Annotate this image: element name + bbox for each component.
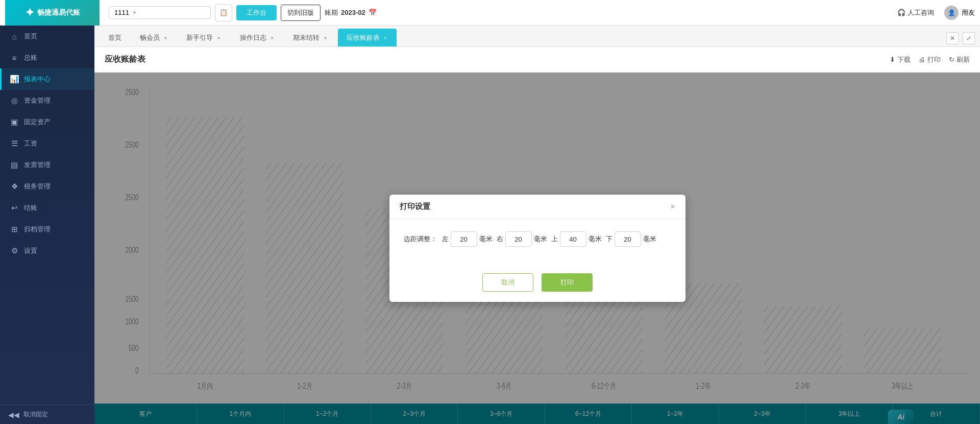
period-calendar-icon[interactable]: 📅 bbox=[369, 9, 377, 16]
print-button[interactable]: 🖨 打印 bbox=[919, 55, 941, 64]
dropdown-arrow-icon: ▾ bbox=[133, 10, 136, 15]
tab-guide[interactable]: 新手引导 × bbox=[178, 29, 230, 46]
reports-icon: 📊 bbox=[10, 75, 19, 84]
margin-bottom-item: 下 毫米 bbox=[606, 231, 656, 247]
refresh-icon: ↻ bbox=[949, 56, 954, 63]
download-button[interactable]: ⬇ 下载 bbox=[890, 55, 911, 64]
headphone-icon: 🎧 bbox=[897, 9, 905, 16]
account-period-label: 账期 bbox=[325, 8, 338, 17]
checkout-icon: ↩ bbox=[10, 203, 19, 213]
sidebar-item-tax[interactable]: ❖ 税务管理 bbox=[0, 176, 94, 197]
margin-bottom-input[interactable] bbox=[615, 231, 641, 247]
tab-oplog-close[interactable]: × bbox=[270, 34, 275, 41]
tab-member-close[interactable]: × bbox=[163, 34, 168, 41]
collapse-icon: ◀◀ bbox=[8, 411, 19, 419]
refresh-label: 刷新 bbox=[957, 55, 970, 64]
sidebar-item-label-settings: 设置 bbox=[24, 246, 37, 255]
sidebar-item-funds[interactable]: ◎ 资金管理 bbox=[0, 90, 94, 111]
support-button[interactable]: 🎧 人工咨询 bbox=[897, 8, 934, 17]
margin-left-input[interactable] bbox=[451, 231, 477, 247]
right-unit: 毫米 bbox=[534, 234, 547, 244]
tab-receivable-age-label: 应收账龄表 bbox=[347, 33, 380, 42]
sidebar-item-label-invoice: 发票管理 bbox=[24, 160, 51, 170]
tab-period-end-close[interactable]: × bbox=[323, 34, 328, 41]
collapse-label: 取消固定 bbox=[23, 410, 48, 419]
page-inner: 应收账龄表 ⬇ 下载 🖨 打印 ↻ bbox=[94, 47, 980, 424]
right-label: 右 bbox=[497, 234, 503, 244]
margin-form-row: 边距调整： 左 毫米 右 bbox=[404, 231, 671, 247]
calendar-button[interactable]: 📋 bbox=[215, 4, 232, 21]
top-header: ✦ 畅捷通易代账 1111 ▾ 📋 工作台 切到旧版 账期 2023-02 📅 … bbox=[0, 0, 980, 26]
sidebar-item-label-payroll: 工资 bbox=[24, 139, 37, 148]
chart-area: 2500 2500 2500 2000 1500 1000 500 0 bbox=[94, 73, 980, 424]
sidebar-item-archive[interactable]: ⊞ 归档管理 bbox=[0, 219, 94, 240]
tab-oplog-label: 操作日志 bbox=[240, 33, 266, 42]
switch-version-button[interactable]: 切到旧版 bbox=[281, 5, 321, 21]
bottom-unit: 毫米 bbox=[643, 234, 656, 244]
margin-group: 左 毫米 右 毫米 bbox=[442, 231, 656, 247]
print-settings-modal: 打印设置 × 边距调整： 左 bbox=[389, 195, 685, 302]
support-label: 人工咨询 bbox=[908, 8, 934, 17]
download-icon: ⬇ bbox=[890, 56, 895, 63]
ledger-icon: ≡ bbox=[10, 54, 19, 62]
account-period: 账期 2023-02 📅 bbox=[325, 8, 377, 17]
tab-receivable-age[interactable]: 应收账龄表 × bbox=[338, 29, 397, 46]
tab-guide-label: 新手引导 bbox=[186, 33, 213, 42]
sidebar-item-label-archive: 归档管理 bbox=[24, 225, 51, 234]
confirm-print-button[interactable]: 打印 bbox=[542, 273, 593, 292]
sidebar-item-label-home: 首页 bbox=[24, 32, 37, 41]
page-title: 应收账龄表 bbox=[105, 54, 145, 65]
page-header: 应收账龄表 ⬇ 下载 🖨 打印 ↻ bbox=[94, 47, 980, 73]
page-content: 应收账龄表 ⬇ 下载 🖨 打印 ↻ bbox=[94, 47, 980, 424]
avatar-icon: 👤 bbox=[948, 9, 955, 16]
settings-icon: ⚙ bbox=[10, 246, 19, 255]
workbench-button[interactable]: 工作台 bbox=[236, 5, 277, 20]
sidebar-item-label-funds: 资金管理 bbox=[24, 96, 51, 105]
top-unit: 毫米 bbox=[589, 234, 602, 244]
margin-top-item: 上 毫米 bbox=[551, 231, 602, 247]
modal-header: 打印设置 × bbox=[389, 195, 685, 219]
sidebar-item-label-reports: 报表中心 bbox=[24, 75, 51, 84]
invoice-icon: ▤ bbox=[10, 160, 19, 170]
company-selector[interactable]: 1111 ▾ bbox=[109, 6, 211, 19]
assets-icon: ▣ bbox=[10, 117, 19, 127]
tab-member[interactable]: 畅会员 × bbox=[131, 29, 177, 46]
user-info[interactable]: 👤 用友 bbox=[944, 6, 975, 20]
tab-oplog[interactable]: 操作日志 × bbox=[231, 29, 283, 46]
modal-footer: 取消 打印 bbox=[389, 267, 685, 302]
margin-top-input[interactable] bbox=[560, 231, 586, 247]
sidebar: ⌂ 首页 ≡ 总账 📊 报表中心 ◎ 资金管理 ▣ 固定资产 bbox=[0, 26, 94, 424]
sidebar-item-payroll[interactable]: ☰ 工资 bbox=[0, 133, 94, 154]
tab-close-all-button[interactable]: ✕ bbox=[946, 32, 959, 44]
sidebar-item-settings[interactable]: ⚙ 设置 bbox=[0, 240, 94, 262]
tab-expand-button[interactable]: ⤢ bbox=[963, 32, 975, 44]
sidebar-item-assets[interactable]: ▣ 固定资产 bbox=[0, 111, 94, 133]
sidebar-scroll: ⌂ 首页 ≡ 总账 📊 报表中心 ◎ 资金管理 ▣ 固定资产 bbox=[0, 26, 94, 405]
tax-icon: ❖ bbox=[10, 182, 19, 191]
sidebar-item-invoice[interactable]: ▤ 发票管理 bbox=[0, 154, 94, 176]
sidebar-item-label-assets: 固定资产 bbox=[24, 117, 51, 127]
tab-guide-close[interactable]: × bbox=[216, 34, 221, 41]
modal-close-button[interactable]: × bbox=[670, 203, 675, 211]
print-label: 打印 bbox=[927, 55, 941, 64]
page-actions: ⬇ 下载 🖨 打印 ↻ 刷新 bbox=[890, 55, 970, 64]
sidebar-item-reports[interactable]: 📊 报表中心 bbox=[0, 68, 94, 90]
tab-period-end[interactable]: 期末结转 × bbox=[284, 29, 336, 46]
header-right: 🎧 人工咨询 👤 用友 bbox=[897, 6, 975, 20]
tab-member-label: 畅会员 bbox=[140, 33, 160, 42]
sidebar-item-label-ledger: 总账 bbox=[24, 53, 37, 62]
tab-home[interactable]: 首页 bbox=[100, 29, 130, 46]
main-layout: ⌂ 首页 ≡ 总账 📊 报表中心 ◎ 资金管理 ▣ 固定资产 bbox=[0, 26, 980, 424]
sidebar-item-checkout[interactable]: ↩ 结账 bbox=[0, 197, 94, 219]
account-period-value: 2023-02 bbox=[341, 9, 365, 16]
tab-receivable-age-close[interactable]: × bbox=[383, 34, 388, 41]
sidebar-item-ledger[interactable]: ≡ 总账 bbox=[0, 47, 94, 68]
refresh-button[interactable]: ↻ 刷新 bbox=[949, 55, 970, 64]
archive-icon: ⊞ bbox=[10, 225, 19, 234]
download-label: 下载 bbox=[897, 55, 911, 64]
tab-actions: ✕ ⤢ bbox=[946, 32, 975, 46]
sidebar-collapse-button[interactable]: ◀◀ 取消固定 bbox=[0, 405, 94, 424]
margin-right-input[interactable] bbox=[505, 231, 532, 247]
cancel-button[interactable]: 取消 bbox=[482, 273, 533, 292]
sidebar-item-home[interactable]: ⌂ 首页 bbox=[0, 26, 94, 47]
